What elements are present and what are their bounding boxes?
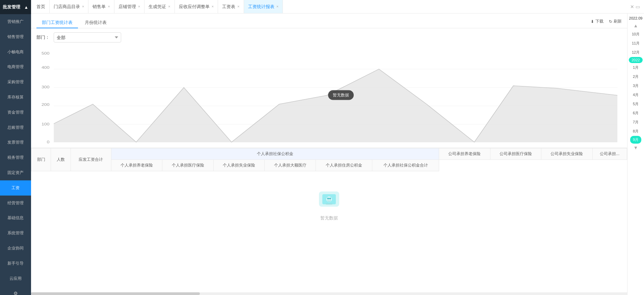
tab-payroll-report[interactable]: 工资统计报表 × — [244, 0, 283, 13]
timeline-month-11[interactable]: 11月 — [631, 39, 640, 48]
svg-point-15 — [329, 198, 331, 200]
content-area: 部门工资统计表 月份统计表 ⬇ 下载 ↻ 刷新 — [31, 13, 644, 295]
tab-close-sales[interactable]: × — [108, 5, 110, 8]
col-personal-pension: 个人承担养老保险 — [111, 160, 162, 171]
refresh-button[interactable]: ↻ 刷新 — [609, 19, 622, 24]
col-personal-housing: 个人承担住房公积金 — [316, 160, 372, 171]
sidebar: 批发管理 ▲ 营销推广 销售管理 小畅电商 电商管理 采购管理 库存核算 资金管… — [0, 0, 31, 295]
col-personal-total: 个人承担社保公积金合计 — [372, 160, 439, 171]
timeline-month-1[interactable]: 1月 — [632, 63, 639, 72]
timeline-month-9[interactable]: 9月 — [630, 136, 641, 144]
sidebar-item-invoice[interactable]: 发票管理 — [0, 135, 31, 150]
col-department: 部门 — [31, 148, 51, 171]
svg-text:300: 300 — [42, 85, 50, 89]
download-button[interactable]: ⬇ 下载 — [591, 19, 603, 24]
col-company-pension: 公司承担养老保险 — [439, 148, 490, 160]
svg-text:200: 200 — [42, 102, 50, 107]
inner-tab-department[interactable]: 部门工资统计表 — [36, 18, 78, 28]
table-wrapper[interactable]: 部门 人数 应发工资合计 个人承担社保公积金 公司承担养老保险 公司承担医疗保险… — [31, 148, 627, 292]
svg-text:400: 400 — [42, 65, 50, 69]
svg-text:0: 0 — [47, 140, 50, 144]
tab-bar: 首页 门店商品目录 × 销售单 × 店铺管理 × 生成凭证 × 应收应付调整单 … — [31, 0, 644, 13]
sidebar-item-collab[interactable]: 企业协同 — [0, 241, 31, 256]
tab-close-ar[interactable]: × — [212, 5, 214, 8]
empty-text: 暂无数据 — [320, 215, 338, 221]
col-total-wage: 应发工资合计 — [71, 148, 111, 171]
empty-row: 暂无数据 — [31, 171, 627, 235]
sidebar-item-purchase[interactable]: 采购管理 — [0, 75, 31, 90]
table-scrollbar-thumb[interactable] — [31, 292, 200, 295]
svg-point-14 — [327, 198, 329, 200]
close-window-icon[interactable]: ✕ — [630, 4, 634, 9]
sidebar-item-ecommerce-small[interactable]: 小畅电商 — [0, 45, 31, 60]
chart-area: 0 100 200 300 400 500 — [31, 47, 627, 148]
timeline-down-arrow[interactable]: ▼ — [632, 144, 640, 152]
page-content: 部门工资统计表 月份统计表 ⬇ 下载 ↻ 刷新 — [31, 13, 627, 295]
gear-icon: ⚙ — [14, 291, 18, 295]
tab-close-payroll-report[interactable]: × — [276, 5, 278, 8]
filter-row: 部门： 全部 — [31, 28, 627, 47]
sidebar-item-operations[interactable]: 经营管理 — [0, 196, 31, 211]
svg-text:500: 500 — [42, 51, 50, 55]
timeline-month-10[interactable]: 10月 — [631, 30, 640, 39]
timeline-month-4[interactable]: 4月 — [632, 90, 639, 99]
timeline-month-5[interactable]: 5月 — [632, 99, 639, 109]
tab-payroll-sheet[interactable]: 工资表 × — [218, 0, 244, 13]
sidebar-item-ledger[interactable]: 总账管理 — [0, 120, 31, 135]
timeline-panel: 2022.09 ▲ 10月 11月 12月 2022 1月 2月 3月 4月 5… — [627, 13, 644, 295]
timeline-month-8[interactable]: 8月 — [632, 127, 639, 136]
sidebar-item-sales[interactable]: 销售管理 — [0, 29, 31, 45]
timeline-month-2[interactable]: 2月 — [632, 72, 639, 81]
sidebar-item-system[interactable]: 系统管理 — [0, 226, 31, 241]
svg-text:100: 100 — [42, 122, 50, 126]
sidebar-item-inventory[interactable]: 库存核算 — [0, 90, 31, 105]
empty-state: 暂无数据 — [31, 171, 627, 235]
tab-shop-mgmt[interactable]: 店铺管理 × — [114, 0, 144, 13]
sidebar-header[interactable]: 批发管理 ▲ — [0, 0, 31, 14]
timeline-month-6[interactable]: 6月 — [632, 109, 639, 118]
sidebar-item-assets[interactable]: 固定资产 — [0, 165, 31, 180]
timeline-up-arrow[interactable]: ▲ — [632, 22, 640, 30]
tab-close-payroll[interactable]: × — [237, 5, 239, 8]
sidebar-item-finance[interactable]: 资金管理 — [0, 105, 31, 120]
timeline-year-badge[interactable]: 2022 — [629, 57, 642, 63]
tab-close-voucher[interactable]: × — [168, 5, 170, 8]
col-personal-unemployment: 个人承担失业保险 — [213, 160, 265, 171]
col-group-personal: 个人承担社保公积金 — [111, 148, 439, 160]
tab-ar-adjustment[interactable]: 应收应付调整单 × — [175, 0, 218, 13]
chart-area-fill — [54, 69, 617, 142]
chart-container: 0 100 200 300 400 500 — [36, 49, 622, 145]
chart-svg: 0 100 200 300 400 500 — [36, 49, 622, 145]
department-select[interactable]: 全部 — [54, 32, 121, 42]
timeline-month-3[interactable]: 3月 — [632, 81, 639, 90]
sidebar-item-payroll[interactable]: 工资 — [0, 180, 31, 196]
col-company-medical: 公司承担医疗保险 — [490, 148, 541, 160]
sidebar-toggle-icon: ▲ — [24, 5, 28, 10]
download-icon: ⬇ — [591, 19, 594, 24]
sidebar-item-tax[interactable]: 税务管理 — [0, 150, 31, 165]
inner-tabs: 部门工资统计表 月份统计表 ⬇ 下载 ↻ 刷新 — [31, 13, 627, 28]
svg-rect-16 — [326, 203, 332, 205]
filter-label: 部门： — [36, 34, 50, 40]
timeline-year-label: 2022.09 — [628, 15, 643, 22]
col-personal-medical: 个人承担医疗保险 — [162, 160, 214, 171]
sidebar-item-guide[interactable]: 新手引导 — [0, 256, 31, 271]
sidebar-item-cloud[interactable]: 云应用 — [0, 271, 31, 286]
tab-sales-order[interactable]: 销售单 × — [88, 0, 114, 13]
sidebar-settings-button[interactable]: ⚙ — [0, 286, 31, 295]
tab-voucher[interactable]: 生成凭证 × — [144, 0, 175, 13]
table-scrollbar[interactable] — [31, 292, 627, 295]
timeline-month-12[interactable]: 12月 — [631, 48, 640, 57]
restore-window-icon[interactable]: ▭ — [636, 4, 640, 9]
col-company-unemployment: 公司承担失业保险 — [541, 148, 593, 160]
tab-close-store-catalog[interactable]: × — [82, 5, 84, 8]
inner-tab-monthly[interactable]: 月份统计表 — [79, 18, 112, 28]
tab-store-catalog[interactable]: 门店商品目录 × — [50, 0, 88, 13]
sidebar-item-ecommerce[interactable]: 电商管理 — [0, 59, 31, 75]
sidebar-item-basic-info[interactable]: 基础信息 — [0, 210, 31, 226]
sidebar-title: 批发管理 — [3, 4, 20, 10]
timeline-month-7[interactable]: 7月 — [632, 118, 639, 127]
sidebar-item-marketing[interactable]: 营销推广 — [0, 14, 31, 29]
tab-home[interactable]: 首页 — [32, 0, 50, 13]
tab-close-shop[interactable]: × — [138, 5, 140, 8]
